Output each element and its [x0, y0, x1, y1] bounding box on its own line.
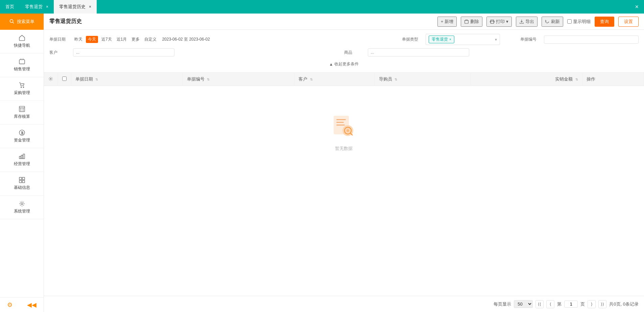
- delete-icon: [464, 19, 469, 24]
- svg-point-25: [347, 129, 349, 132]
- page-size-select[interactable]: 20 50 100: [514, 300, 533, 308]
- sort-date-icon[interactable]: ⇅: [95, 77, 98, 81]
- print-dropdown-icon: ▾: [506, 19, 508, 24]
- th-guide: 导购员 ⇅: [375, 73, 471, 86]
- goods-label: 商品: [344, 50, 368, 55]
- query-button[interactable]: 查询: [595, 17, 614, 27]
- empty-illustration: [330, 113, 357, 140]
- date-opt-1month[interactable]: 近1月: [115, 36, 128, 43]
- toolbar: + 新增 删除 打印 ▾: [437, 17, 639, 27]
- sort-guide-icon[interactable]: ⇅: [395, 77, 397, 81]
- page-last-button[interactable]: ⟩⟩: [598, 300, 606, 308]
- date-opt-yesterday[interactable]: 昨天: [73, 36, 84, 43]
- print-button[interactable]: 打印 ▾: [486, 17, 512, 27]
- sidebar-item-quicknav[interactable]: 快捷导航: [0, 30, 44, 53]
- table-container: 单据日期 ⇅ 单据编号 ⇅ 客户 ⇅ 导购员 ⇅: [44, 73, 644, 296]
- th-date: 单据日期 ⇅: [71, 73, 183, 86]
- sidebar-search[interactable]: 搜索菜单: [0, 14, 44, 30]
- refresh-button[interactable]: 刷新: [542, 17, 563, 27]
- home-icon: [19, 35, 25, 41]
- tab-retail-return-history[interactable]: 零售退货历史 ×: [54, 0, 97, 14]
- filter-row-2: 客户 商品: [49, 48, 639, 57]
- tab-retail-return[interactable]: 零售退货 ×: [20, 0, 54, 14]
- sidebar-item-system[interactable]: 系统管理: [0, 196, 44, 219]
- sidebar-item-sales[interactable]: 销售管理: [0, 53, 44, 77]
- export-button[interactable]: 导出: [516, 17, 538, 27]
- type-dropdown[interactable]: 零售退货 × ▾: [426, 34, 500, 45]
- sidebar: 搜索菜单 快捷导航 销售管理: [0, 14, 44, 312]
- sort-customer-icon[interactable]: ⇅: [310, 77, 313, 81]
- sort-amount-icon[interactable]: ⇅: [575, 77, 578, 81]
- collapse-button[interactable]: ▲ 收起更多条件: [49, 60, 639, 68]
- type-tag-close[interactable]: ×: [449, 38, 451, 41]
- number-label: 单据编号: [520, 37, 544, 42]
- th-amount: 实销金额 ⇅: [471, 73, 582, 86]
- svg-rect-15: [465, 20, 469, 23]
- empty-state: 暂无数据: [44, 86, 644, 179]
- setting-button[interactable]: 设置: [618, 17, 639, 27]
- svg-rect-21: [336, 125, 345, 126]
- page-header: 零售退货历史 + 新增 删除 打印 ▾: [44, 14, 644, 30]
- type-dropdown-arrow: ▾: [495, 37, 497, 42]
- content-area: 零售退货历史 + 新增 删除 打印 ▾: [44, 14, 644, 312]
- customer-input[interactable]: [73, 48, 174, 57]
- data-table: 单据日期 ⇅ 单据编号 ⇅ 客户 ⇅ 导购员 ⇅: [44, 73, 644, 179]
- th-checkbox: [57, 73, 71, 86]
- goods-input[interactable]: [368, 48, 469, 57]
- sidebar-item-purchase[interactable]: 采购管理: [0, 77, 44, 101]
- window-close-button[interactable]: ×: [635, 3, 644, 10]
- operation-icon: [19, 153, 25, 160]
- audio-bottom-icon[interactable]: ◀◀: [27, 301, 37, 309]
- svg-rect-10: [19, 177, 22, 180]
- select-all-checkbox[interactable]: [62, 76, 67, 81]
- number-input[interactable]: [544, 36, 639, 44]
- filter-row-1: 单据日期 昨天 今天 近7天 近1月 更多 自定义 2023-06-02 至 2…: [49, 34, 639, 45]
- svg-rect-7: [19, 156, 21, 159]
- sidebar-item-finance[interactable]: 资金管理: [0, 125, 44, 148]
- system-icon: [19, 200, 25, 207]
- svg-rect-13: [22, 180, 25, 183]
- table-body: 暂无数据: [44, 86, 644, 179]
- show-detail-checkbox-label[interactable]: 显示明细: [567, 19, 591, 25]
- page-prev-button[interactable]: ⟨: [546, 300, 554, 308]
- tab-retail-return-history-close[interactable]: ×: [89, 4, 91, 9]
- sidebar-item-inventory[interactable]: 库存核算: [0, 101, 44, 125]
- total-text: 共0页, 0条记录: [609, 301, 639, 307]
- delete-button[interactable]: 删除: [461, 17, 482, 27]
- sort-number-icon[interactable]: ⇅: [207, 77, 210, 81]
- svg-rect-20: [336, 122, 344, 123]
- date-opt-more[interactable]: 更多: [130, 36, 141, 43]
- show-detail-checkbox[interactable]: [567, 19, 572, 24]
- inventory-icon: [19, 106, 25, 112]
- svg-rect-9: [23, 154, 25, 159]
- sidebar-bottom: ⚙ ◀◀: [0, 297, 44, 312]
- th-settings: [44, 73, 57, 86]
- date-opt-custom[interactable]: 自定义: [143, 36, 158, 43]
- svg-rect-16: [491, 21, 494, 23]
- tab-retail-return-close[interactable]: ×: [46, 4, 48, 9]
- svg-line-1: [13, 22, 14, 24]
- customer-label: 客户: [49, 50, 73, 55]
- finance-icon: [19, 129, 25, 136]
- sidebar-item-basic[interactable]: 基础信息: [0, 172, 44, 196]
- settings-bottom-icon[interactable]: ⚙: [7, 301, 13, 309]
- page-next-button[interactable]: ⟩: [588, 300, 596, 308]
- sidebar-item-operation[interactable]: 经营管理: [0, 148, 44, 172]
- svg-rect-5: [19, 106, 25, 112]
- page-label: 第: [557, 301, 562, 307]
- tab-home[interactable]: 首页: [0, 0, 20, 14]
- search-icon: [9, 19, 15, 24]
- page-number-input[interactable]: [564, 300, 578, 308]
- date-opt-today[interactable]: 今天: [86, 36, 98, 43]
- type-tag: 零售退货 ×: [429, 36, 454, 43]
- date-label: 单据日期: [49, 37, 73, 42]
- date-opt-7days[interactable]: 近7天: [100, 36, 113, 43]
- page-size-label: 每页显示: [494, 301, 511, 307]
- filter-area: 单据日期 昨天 今天 近7天 近1月 更多 自定义 2023-06-02 至 2…: [44, 30, 644, 73]
- page-first-button[interactable]: ⟨⟨: [535, 300, 544, 308]
- svg-rect-8: [21, 155, 23, 159]
- svg-point-14: [21, 203, 23, 205]
- svg-rect-11: [22, 177, 25, 180]
- new-button[interactable]: + 新增: [437, 17, 457, 27]
- table-settings-icon[interactable]: [48, 76, 53, 81]
